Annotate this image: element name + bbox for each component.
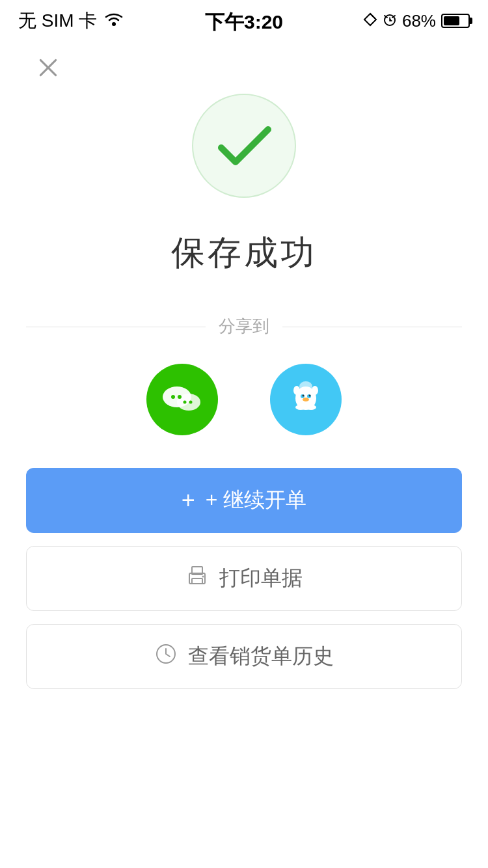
svg-point-18 (312, 386, 318, 395)
share-section: 分享到 (26, 315, 462, 338)
svg-point-9 (295, 405, 306, 410)
svg-point-14 (309, 395, 311, 397)
svg-point-17 (293, 386, 300, 395)
status-bar: 无 SIM 卡 下午3:20 68% (0, 0, 488, 42)
svg-point-0 (112, 22, 116, 26)
battery-text: 68% (402, 11, 436, 31)
print-label: 打印单据 (219, 564, 303, 593)
svg-rect-21 (192, 578, 202, 584)
svg-point-10 (306, 405, 316, 410)
action-buttons: + + 继续开单 打印单据 查看销货单历史 (26, 468, 462, 689)
continue-button[interactable]: + + 继续开单 (26, 468, 462, 533)
history-icon (154, 642, 178, 671)
wechat-share-button[interactable] (146, 364, 218, 435)
checkmark-icon (215, 123, 273, 169)
svg-point-5 (178, 395, 182, 399)
wechat-icon (160, 377, 204, 422)
svg-point-6 (183, 401, 187, 404)
svg-point-22 (202, 576, 204, 578)
continue-label: + 继续开单 (206, 486, 307, 515)
battery-icon (441, 14, 470, 28)
close-button[interactable] (29, 48, 68, 87)
qq-share-button[interactable] (270, 364, 342, 435)
status-time: 下午3:20 (205, 9, 283, 36)
close-icon (36, 56, 60, 79)
alarm-icon (383, 11, 397, 31)
success-title: 保存成功 (171, 230, 317, 276)
print-icon (185, 564, 209, 593)
svg-point-15 (303, 398, 309, 401)
svg-point-13 (303, 395, 305, 397)
svg-point-4 (171, 395, 175, 399)
wifi-icon (103, 10, 124, 31)
plus-icon: + (182, 487, 195, 514)
location-icon (363, 11, 377, 31)
print-button[interactable]: 打印单据 (26, 546, 462, 611)
carrier-text: 无 SIM 卡 (18, 8, 97, 33)
history-button[interactable]: 查看销货单历史 (26, 624, 462, 689)
qq-icon (284, 377, 328, 422)
svg-point-16 (299, 381, 312, 392)
svg-point-7 (189, 401, 193, 404)
history-label: 查看销货单历史 (188, 642, 334, 671)
share-label: 分享到 (206, 315, 282, 338)
status-left: 无 SIM 卡 (18, 8, 124, 33)
success-icon-circle (192, 94, 296, 198)
share-icons (146, 364, 342, 435)
main-content: 保存成功 分享到 (0, 42, 488, 868)
status-right: 68% (363, 11, 470, 31)
